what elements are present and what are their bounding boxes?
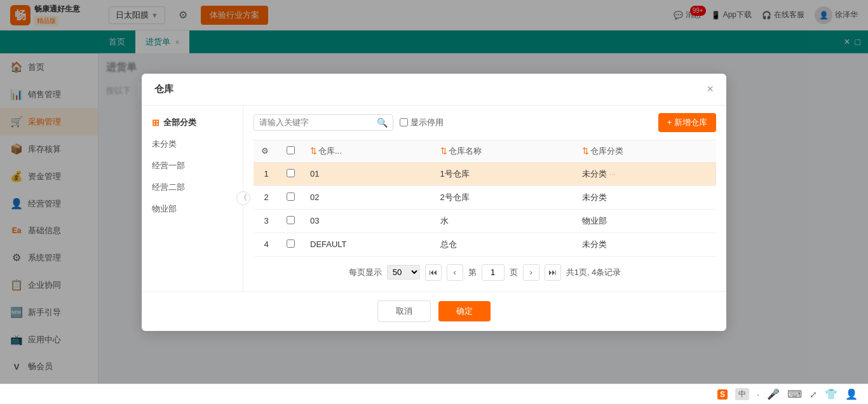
table-row[interactable]: 3 03 水 物业部 [254,209,716,232]
modal-sidebar-item-uncategorized[interactable]: 未分类 [142,133,243,155]
table-head: ⚙ ⇅仓库... ⇅仓库名称 ⇅仓库分类 [254,140,716,162]
more-button[interactable]: ··· [609,169,616,178]
prev-page-button[interactable]: ‹ [447,264,463,281]
th-checkbox[interactable] [279,140,302,162]
row-num: 3 [254,209,279,232]
modal-sidebar-all-categories[interactable]: ⊞ 全部分类 [142,112,243,133]
row-checkbox[interactable] [287,216,295,224]
row-code: 01 [302,162,433,185]
search-icon[interactable]: 🔍 [377,118,388,128]
modal-close-button[interactable]: × [707,83,714,96]
row-name: 水 [433,209,574,232]
row-code: 02 [302,185,433,209]
th-name[interactable]: ⇅仓库名称 [433,140,574,162]
warehouse-table: ⚙ ⇅仓库... ⇅仓库名称 ⇅仓库分类 1 [254,140,716,257]
warehouse-modal: 仓库 × ⊞ 全部分类 未分类 经营一部 经营二部 物业部 《 [142,74,726,331]
th-code[interactable]: ⇅仓库... [302,140,433,162]
first-page-button[interactable]: ⏮ [425,264,442,281]
modal-toolbar: 🔍 显示停用 + 新增仓库 [254,113,716,132]
modal-footer: 取消 确定 [142,291,726,331]
s-logo: S [717,389,728,400]
row-name: 1号仓库 [433,162,574,185]
modal-overlay: 仓库 × ⊞ 全部分类 未分类 经营一部 经营二部 物业部 《 [0,0,868,404]
sidebar-collapse-button[interactable]: 《 [236,191,250,205]
row-checkbox[interactable] [287,192,295,201]
confirm-button[interactable]: 确定 [438,301,491,321]
next-page-button[interactable]: › [523,264,539,281]
row-num: 4 [254,232,279,256]
row-checkbox[interactable] [287,239,295,248]
shirt-icon[interactable]: 👕 [825,388,837,400]
row-code: DEFAULT [302,232,433,256]
page-number-input[interactable] [482,264,505,281]
row-category: 物业部 [574,209,716,232]
page-total: 共1页, 4条记录 [566,267,621,278]
search-box: 🔍 [254,114,393,131]
modal-body: ⊞ 全部分类 未分类 经营一部 经营二部 物业部 《 🔍 [142,105,726,291]
search-input[interactable] [259,118,377,127]
row-checkbox[interactable] [287,169,295,177]
table-row[interactable]: 1 01 1号仓库 未分类 ··· [254,162,716,185]
last-page-button[interactable]: ⏭ [545,264,561,281]
row-category: 未分类 [574,185,716,209]
th-category[interactable]: ⇅仓库分类 [574,140,716,162]
modal-sidebar-item-dept2[interactable]: 经营二部 [142,177,243,198]
table-row[interactable]: 2 02 2号仓库 未分类 [254,185,716,209]
warehouse-table-container: ⚙ ⇅仓库... ⇅仓库名称 ⇅仓库分类 1 [254,140,716,257]
row-name: 总仓 [433,232,574,256]
row-category: 未分类 ··· [574,162,716,185]
pagination-bar: 每页显示 50 10 20 100 ⏮ ‹ 第 页 › ⏭ 共1页, 4条记录 [254,257,716,283]
table-row[interactable]: 4 DEFAULT 总仓 未分类 [254,232,716,256]
modal-sidebar: ⊞ 全部分类 未分类 经营一部 经营二部 物业部 《 [142,105,243,291]
modal-header: 仓库 × [142,74,726,105]
row-num: 2 [254,185,279,209]
th-settings[interactable]: ⚙ [254,140,279,162]
new-warehouse-button[interactable]: + 新增仓库 [658,113,716,132]
bottom-bar: S 中 · 🎤 ⌨ ⤢ 👕 👤 [0,384,868,404]
chinese-input-badge: 中 [735,388,749,400]
grid-icon: ⊞ [152,118,159,128]
show-disabled-checkbox[interactable]: 显示停用 [400,117,444,128]
select-all-checkbox[interactable] [287,146,295,154]
cancel-button[interactable]: 取消 [377,300,431,322]
table-body: 1 01 1号仓库 未分类 ··· 2 02 2号仓库 [254,162,716,256]
modal-title: 仓库 [154,83,173,95]
modal-sidebar-item-dept1[interactable]: 经营一部 [142,155,243,177]
modal-main: 🔍 显示停用 + 新增仓库 ⚙ [243,105,726,291]
keyboard-icon[interactable]: ⌨ [787,388,802,400]
user-bottom-icon[interactable]: 👤 [845,388,858,400]
row-code: 03 [302,209,433,232]
page-size-select[interactable]: 50 10 20 100 [387,265,420,279]
row-category: 未分类 [574,232,716,256]
row-num: 1 [254,162,279,185]
row-name: 2号仓库 [433,185,574,209]
show-disabled-input[interactable] [400,118,408,126]
resize-icon[interactable]: ⤢ [810,389,817,400]
mic-icon[interactable]: 🎤 [767,388,780,400]
dot-icon: · [757,389,759,400]
modal-sidebar-item-property[interactable]: 物业部 [142,198,243,220]
